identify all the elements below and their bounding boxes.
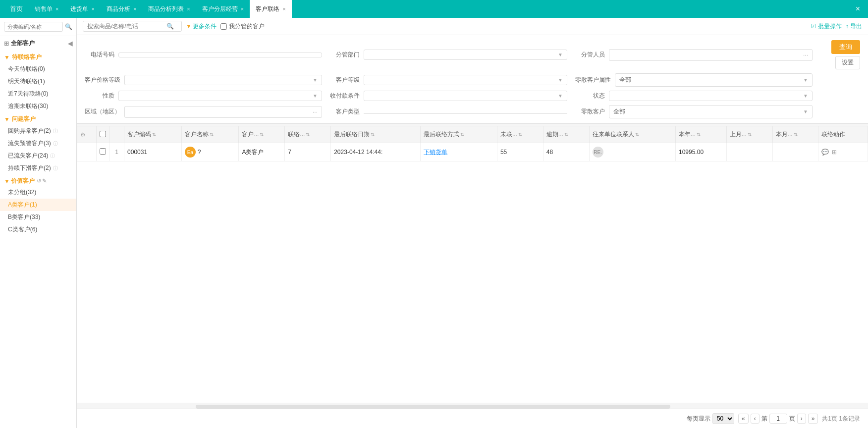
price-grade-select[interactable]: ▼: [124, 75, 322, 85]
my-customers-check[interactable]: [220, 23, 227, 30]
nav-tab-客户联络[interactable]: 客户联络×: [250, 0, 291, 18]
col-rownum: [109, 126, 124, 143]
filter-row-3: 性质 ▼ 收付款条件 ▼ 状态 ▼: [85, 91, 860, 101]
message-icon[interactable]: 💬: [821, 149, 829, 156]
last-page-btn[interactable]: »: [808, 414, 818, 424]
sidebar-item-pending[interactable]: 今天待联络(0): [0, 63, 76, 75]
search-icon[interactable]: 🔍: [166, 23, 174, 30]
row-last-date-cell: 2023-04-12 14:44:: [331, 143, 421, 161]
nav-tab-销售单[interactable]: 销售单×: [29, 0, 64, 18]
nav-tab-进货单[interactable]: 进货单×: [64, 0, 100, 18]
prev-page-btn[interactable]: ‹: [751, 414, 760, 424]
sidebar-item-problem[interactable]: 流失预警客户(3)ⓘ: [0, 137, 76, 150]
my-customers-checkbox[interactable]: 我分管的客户: [220, 22, 265, 31]
tab-close-icon[interactable]: ×: [55, 6, 58, 12]
col-not-contacted: 未联...⇅: [497, 126, 543, 143]
tab-close-icon[interactable]: ×: [282, 6, 285, 12]
row-this-year-cell: 10995.00: [676, 143, 727, 161]
customer-grade-field: 客户等级 ▼: [330, 75, 567, 85]
sidebar-item-value[interactable]: B类客户(33): [0, 211, 76, 223]
sidebar-value-customers-group[interactable]: ▼ 价值客户 ↺ ✎: [0, 174, 76, 186]
table-header-row: ⚙ 客户编码⇅ 客户名称⇅ 客户...⇅ 联络...⇅ 最后联络日期⇅ 最后联络…: [77, 126, 868, 143]
row-checkbox[interactable]: [100, 148, 106, 155]
row-gear-cell: [77, 143, 97, 161]
table-wrap: ⚙ 客户编码⇅ 客户名称⇅ 客户...⇅ 联络...⇅ 最后联络日期⇅ 最后联络…: [77, 126, 868, 403]
region-field: 区域（地区） ···: [85, 106, 322, 118]
link-icon[interactable]: ⊞: [832, 149, 837, 156]
manager-input[interactable]: ···: [609, 49, 813, 61]
triangle-icon-3: ▼: [4, 178, 10, 185]
retail-customer-field: 零散客户 全部▼: [575, 105, 813, 118]
customer-grade-select[interactable]: ▼: [364, 75, 567, 85]
sidebar-item-problem[interactable]: 持续下滑客户(2)ⓘ: [0, 162, 76, 174]
manager-label: 分管人员: [575, 51, 605, 59]
retail-attr-field: 零散客户属性 全部▼: [575, 73, 813, 87]
region-dots[interactable]: ···: [313, 108, 318, 115]
dept-select[interactable]: ▼: [364, 50, 567, 60]
nav-tab-客户分层经营[interactable]: 客户分层经营×: [196, 0, 250, 18]
content-area: 🔍 ▼ 更多条件 我分管的客户 ☑ 批量操作 ↑ 导出: [77, 18, 868, 428]
customers-table: ⚙ 客户编码⇅ 客户名称⇅ 客户...⇅ 联络...⇅ 最后联络日期⇅ 最后联络…: [77, 126, 868, 161]
nature-select[interactable]: ▼: [118, 91, 322, 101]
batch-op-btn[interactable]: ☑ 批量操作: [811, 22, 841, 31]
status-select[interactable]: ▼: [609, 91, 813, 101]
sidebar-item-pending[interactable]: 逾期未联络(30): [0, 100, 76, 112]
settings-button[interactable]: 设置: [835, 56, 860, 69]
row-contact-cell: 7: [285, 143, 331, 161]
sidebar-all-customers[interactable]: ⊞ 全部客户 ◀: [0, 36, 76, 51]
col-grade: 客户...⇅: [239, 126, 285, 143]
info-icon: ⓘ: [53, 140, 58, 147]
retail-customer-select[interactable]: 全部▼: [609, 105, 813, 118]
filter-form: 电话号码 分管部门 ▼ 分管人员 ··· 查询 设置: [77, 35, 868, 124]
tab-close-icon[interactable]: ×: [241, 6, 244, 12]
main-search-input[interactable]: [87, 23, 166, 30]
customer-type-input[interactable]: [364, 109, 567, 114]
region-input[interactable]: ···: [124, 106, 322, 118]
tab-close-icon[interactable]: ×: [91, 6, 94, 12]
row-action-cell: 💬 ⊞: [818, 143, 868, 161]
sidebar-item-value[interactable]: A类客户(1): [0, 199, 76, 211]
table-row: 1 000031 Ea ? A类客户 7 2023-04-12 14:44: 下…: [77, 143, 868, 161]
tab-close-icon[interactable]: ×: [133, 6, 136, 12]
sidebar-item-value[interactable]: C类客户(6): [0, 223, 76, 236]
select-all-checkbox[interactable]: [100, 131, 106, 137]
row-last-method-cell: 下销货单: [421, 143, 497, 161]
payment-field: 收付款条件 ▼: [330, 91, 567, 101]
tab-close-icon[interactable]: ×: [187, 6, 190, 12]
close-all-tabs[interactable]: ×: [852, 4, 864, 13]
col-this-year: 本年...⇅: [676, 126, 727, 143]
next-page-btn[interactable]: ›: [797, 414, 806, 424]
gear-icon[interactable]: ⚙: [80, 131, 86, 138]
nav-tab-商品分析列表[interactable]: 商品分析列表×: [142, 0, 196, 18]
export-btn[interactable]: ↑ 导出: [846, 22, 862, 31]
page-input[interactable]: [769, 414, 787, 424]
query-button[interactable]: 查询: [831, 40, 860, 54]
query-btn-col: 查询 设置: [820, 40, 860, 69]
more-filter-btn[interactable]: ▼ 更多条件: [186, 22, 217, 31]
retail-attr-select[interactable]: 全部▼: [615, 73, 813, 87]
sidebar-item-problem[interactable]: 回购异常客户(2)ⓘ: [0, 125, 76, 137]
sidebar-search-button[interactable]: 🔍: [65, 23, 72, 30]
manager-dots[interactable]: ···: [803, 52, 808, 58]
edit-icon[interactable]: ✎: [42, 178, 47, 184]
row-company-contact-cell: RE.: [589, 143, 675, 161]
nav-home[interactable]: 首页: [4, 4, 29, 13]
collapse-icon: ◀: [68, 40, 72, 47]
payment-label: 收付款条件: [330, 92, 360, 100]
payment-select[interactable]: ▼: [364, 91, 567, 101]
sidebar-item-pending[interactable]: 近7天待联络(0): [0, 88, 76, 100]
filter-row-1: 电话号码 分管部门 ▼ 分管人员 ··· 查询 设置: [85, 40, 860, 69]
horizontal-scrollbar[interactable]: [77, 403, 868, 409]
retail-customer-label: 零散客户: [575, 107, 605, 116]
nav-tab-商品分析[interactable]: 商品分析×: [101, 0, 142, 18]
sidebar-search-input[interactable]: [4, 22, 63, 32]
first-page-btn[interactable]: «: [738, 414, 749, 424]
col-last-contact-method: 最后联络方式⇅: [421, 126, 497, 143]
refresh-icon[interactable]: ↺: [37, 178, 41, 184]
retail-attr-label: 零散客户属性: [575, 76, 611, 84]
per-page-select[interactable]: 50: [712, 413, 734, 424]
sidebar-item-problem[interactable]: 已流失客户(24)ⓘ: [0, 150, 76, 162]
sidebar-item-pending[interactable]: 明天待联络(1): [0, 75, 76, 88]
phone-input[interactable]: [118, 53, 322, 57]
sidebar-item-value[interactable]: 未分组(32): [0, 186, 76, 199]
